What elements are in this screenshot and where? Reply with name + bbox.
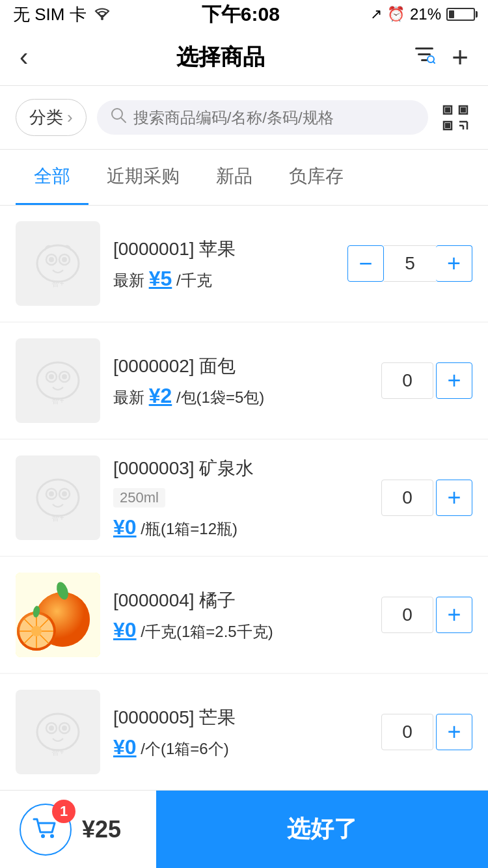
price-unit: /包(1袋=5包) — [176, 388, 264, 406]
product-controls: − + — [347, 245, 472, 282]
svg-point-24 — [37, 362, 79, 399]
increase-button[interactable]: + — [436, 245, 472, 282]
tab-negative[interactable]: 负库存 — [271, 150, 362, 205]
product-image: 智+ — [16, 690, 100, 774]
svg-point-27 — [49, 374, 54, 379]
increase-button[interactable]: + — [436, 597, 472, 633]
list-item: 智+ [0000003] 矿泉水 250ml ¥0 /瓶(1箱=12瓶) + — [0, 440, 488, 556]
svg-point-18 — [37, 245, 79, 282]
svg-rect-11 — [445, 107, 450, 113]
filter-icon[interactable] — [413, 42, 436, 72]
add-icon[interactable]: + — [452, 41, 468, 74]
category-chevron: › — [67, 107, 73, 128]
product-name: [0000001] 苹果 — [113, 237, 334, 262]
product-controls: + — [381, 362, 472, 399]
placeholder-image: 智+ — [32, 706, 84, 758]
price-label: 最新 — [113, 388, 149, 406]
quantity-input[interactable] — [381, 362, 433, 399]
price-value: ¥0 — [113, 618, 137, 642]
tab-new-label: 新品 — [216, 166, 252, 186]
svg-rect-3 — [421, 59, 427, 61]
search-input[interactable] — [133, 109, 415, 127]
battery-icon — [446, 8, 475, 21]
product-name: [0000004] 橘子 — [113, 588, 368, 613]
svg-point-54 — [62, 726, 67, 731]
category-label: 分类 — [29, 106, 63, 129]
price-unit: /千克(1箱=2.5千克) — [141, 623, 273, 640]
increase-button[interactable]: + — [436, 480, 472, 516]
svg-point-30 — [37, 480, 79, 516]
product-image: 智+ — [16, 338, 100, 423]
svg-rect-12 — [461, 107, 466, 113]
svg-rect-1 — [415, 47, 433, 49]
quantity-input[interactable] — [381, 480, 433, 516]
list-item: 智+ [0000002] 面包 最新 ¥2 /包(1袋=5包) + — [0, 323, 488, 439]
confirm-button[interactable]: 选好了 — [156, 791, 488, 869]
price-value: ¥0 — [113, 735, 137, 759]
increase-button[interactable]: + — [436, 362, 472, 399]
svg-text:智+: 智+ — [51, 513, 64, 522]
alarm-icon: ⏰ — [387, 6, 405, 23]
svg-line-5 — [433, 62, 435, 64]
increase-button[interactable]: + — [436, 714, 472, 750]
price-value: ¥0 — [113, 515, 137, 539]
product-name: [0000005] 芒果 — [113, 705, 368, 730]
svg-point-34 — [62, 491, 67, 496]
svg-point-22 — [62, 257, 67, 262]
tab-negative-label: 负库存 — [289, 166, 344, 186]
nav-left: ‹ — [20, 42, 28, 72]
svg-text:智+: 智+ — [51, 279, 64, 288]
tab-all-label: 全部 — [34, 166, 70, 186]
svg-text:智+: 智+ — [51, 396, 64, 405]
product-controls: + — [381, 714, 472, 750]
product-info: [0000005] 芒果 ¥0 /个(1箱=6个) — [113, 705, 368, 759]
product-name: [0000002] 面包 — [113, 354, 368, 379]
product-image: 智+ — [16, 455, 100, 540]
price-label: 最新 — [113, 271, 149, 289]
svg-point-0 — [101, 18, 103, 20]
wifi-icon — [93, 5, 111, 25]
product-info: [0000003] 矿泉水 250ml ¥0 /瓶(1箱=12瓶) — [113, 456, 368, 539]
quantity-input[interactable] — [381, 597, 433, 633]
cart-total: ¥25 — [82, 816, 121, 843]
svg-point-53 — [49, 726, 54, 731]
product-info: [0000004] 橘子 ¥0 /千克(1箱=2.5千克) — [113, 588, 368, 642]
product-controls: + — [381, 597, 472, 633]
bottom-bar: 1 ¥25 选好了 — [0, 790, 488, 868]
svg-rect-2 — [418, 53, 431, 55]
price-value: ¥2 — [149, 384, 172, 407]
product-list: 智+ [0000001] 苹果 最新 ¥5 /千克 − + — [0, 206, 488, 868]
tab-new[interactable]: 新品 — [198, 150, 271, 205]
quantity-input[interactable] — [381, 714, 433, 750]
svg-point-69 — [50, 834, 54, 838]
product-thumbnail — [16, 573, 100, 657]
status-left: 无 SIM 卡 — [13, 3, 111, 26]
scan-button[interactable] — [439, 101, 472, 135]
tabs-bar: 全部 近期采购 新品 负库存 — [0, 150, 488, 206]
quantity-input[interactable] — [384, 245, 436, 282]
status-right: ↗ ⏰ 21% — [370, 5, 475, 23]
product-price: ¥0 /瓶(1箱=12瓶) — [113, 515, 368, 539]
tab-all[interactable]: 全部 — [16, 150, 88, 205]
tab-recent[interactable]: 近期采购 — [88, 150, 198, 205]
svg-text:智+: 智+ — [51, 748, 64, 757]
decrease-button[interactable]: − — [347, 245, 384, 282]
price-unit: /千克 — [176, 271, 212, 289]
back-button[interactable]: ‹ — [20, 42, 28, 72]
search-icon — [110, 107, 127, 128]
placeholder-image: 智+ — [32, 355, 84, 407]
battery-percent: 21% — [410, 5, 441, 23]
status-time: 下午6:08 — [202, 1, 280, 28]
product-image — [16, 573, 100, 657]
battery-fill — [449, 10, 454, 18]
category-button[interactable]: 分类 › — [16, 99, 87, 136]
cart-button[interactable]: 1 — [20, 804, 72, 856]
list-item: 智+ [0000005] 芒果 ¥0 /个(1箱=6个) + — [0, 674, 488, 790]
cart-section: 1 ¥25 — [0, 804, 156, 856]
product-info: [0000001] 苹果 最新 ¥5 /千克 — [113, 237, 334, 291]
placeholder-image: 智+ — [32, 237, 84, 290]
product-controls: + — [381, 480, 472, 516]
placeholder-image: 智+ — [32, 472, 84, 524]
svg-point-50 — [37, 714, 79, 750]
status-bar: 无 SIM 卡 下午6:08 ↗ ⏰ 21% — [0, 0, 488, 29]
